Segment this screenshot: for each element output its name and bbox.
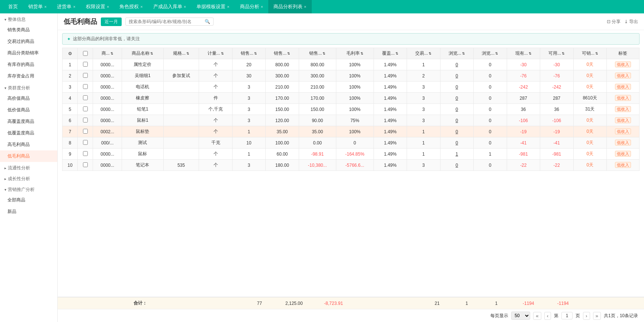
next-page-button[interactable]: ›	[583, 312, 590, 320]
row-select-checkbox[interactable]	[83, 118, 88, 122]
sidebar-group-overall[interactable]: ▾ 整体信息	[0, 13, 57, 24]
col-current-stock[interactable]: 现有...⇅	[507, 48, 540, 59]
sidebar-item-high-margin[interactable]: 高毛利商品	[0, 139, 57, 150]
sidebar-item-new-goods[interactable]: 新品	[0, 206, 57, 217]
row-view1[interactable]: 0	[440, 93, 473, 104]
row-select-checkbox[interactable]	[83, 106, 88, 111]
col-trade[interactable]: 交易...⇅	[407, 48, 440, 59]
select-all-checkbox[interactable]	[83, 51, 88, 56]
nav-product-analysis[interactable]: 商品分析 ×	[235, 0, 268, 13]
col-saleable[interactable]: 可销...⇅	[573, 48, 606, 59]
col-gross-margin[interactable]: 毛利率⇅	[336, 48, 374, 59]
row-select-checkbox[interactable]	[83, 95, 88, 100]
close-icon[interactable]: ×	[140, 4, 142, 9]
row-spec	[163, 104, 199, 115]
nav-purchase-order[interactable]: 进货单 ×	[52, 0, 80, 13]
close-icon[interactable]: ×	[44, 4, 47, 9]
nav-permissions[interactable]: 权限设置 ×	[81, 0, 114, 13]
close-icon[interactable]: ×	[107, 4, 109, 9]
export-button[interactable]: ⤓ 导出	[624, 19, 638, 25]
row-checkbox[interactable]	[78, 149, 93, 160]
col-unit[interactable]: 计量...⇅	[199, 48, 232, 59]
sidebar-item-stock-goods[interactable]: 有库存的商品	[0, 59, 57, 70]
nav-sales-order[interactable]: 销货单 ×	[23, 0, 52, 13]
row-checkbox[interactable]	[78, 59, 93, 70]
sidebar-item-category-rate[interactable]: 商品分类助销率	[0, 47, 57, 59]
row-sales-amount: 35.00	[266, 126, 299, 137]
col-available[interactable]: 可用...⇅	[540, 48, 573, 59]
nav-product-analysis-list[interactable]: 商品分析列表 ×	[268, 0, 311, 13]
sidebar-item-all-goods[interactable]: 全部商品	[0, 194, 57, 206]
col-spec[interactable]: 规格...⇅	[163, 48, 199, 59]
sidebar-group-growth[interactable]: ▸ 成长性分析	[0, 173, 57, 184]
col-view1[interactable]: 浏览...⇅	[440, 48, 473, 59]
nav-role-auth[interactable]: 角色授权 ×	[114, 0, 148, 13]
last-page-button[interactable]: »	[593, 312, 601, 320]
row-view1[interactable]: 0	[440, 104, 473, 115]
sidebar-group-cluster[interactable]: ▾ 类群度分析	[0, 82, 57, 93]
close-icon[interactable]: ×	[304, 4, 306, 9]
sidebar-group-marketing[interactable]: ▾ 营销推广分析	[0, 184, 57, 194]
filter-month-button[interactable]: 近一月	[101, 17, 122, 26]
close-icon[interactable]: ×	[261, 4, 263, 9]
col-sales-qty[interactable]: 销售...⇅	[232, 48, 265, 59]
col-code[interactable]: 商...⇅	[93, 48, 122, 59]
row-view1[interactable]: 0	[440, 137, 473, 149]
row-sales-qty: 3	[232, 115, 265, 126]
row-select-checkbox[interactable]	[83, 140, 88, 145]
row-view1[interactable]: 0	[440, 82, 473, 93]
prev-page-button[interactable]: ‹	[544, 312, 551, 320]
row-checkbox[interactable]	[78, 104, 93, 115]
sidebar-item-high-value[interactable]: 高价值商品	[0, 93, 57, 104]
row-view1[interactable]: 0	[440, 59, 473, 70]
per-page-label: 每页显示	[490, 313, 508, 319]
row-select-checkbox[interactable]	[83, 62, 88, 67]
sidebar-item-high-coverage[interactable]: 高覆盖度商品	[0, 116, 57, 127]
first-page-button[interactable]: «	[533, 312, 541, 320]
export-icon: ⤓	[624, 19, 628, 24]
col-sales-amount[interactable]: 销售...⇅	[266, 48, 299, 59]
search-icon[interactable]: 🔍	[205, 19, 210, 24]
row-checkbox[interactable]	[78, 93, 93, 104]
row-select-checkbox[interactable]	[83, 73, 88, 78]
col-coverage[interactable]: 覆盖...⇅	[374, 48, 407, 59]
sidebar-item-traded-goods[interactable]: 交易过的商品	[0, 36, 57, 47]
col-sales-profit[interactable]: 销售...⇅	[299, 48, 336, 59]
nav-product-stock[interactable]: 产成品入库单 ×	[148, 0, 191, 13]
col-tag[interactable]: 标签	[606, 48, 639, 59]
row-select-checkbox[interactable]	[83, 151, 88, 156]
row-coverage: 1.49%	[374, 59, 407, 70]
row-view1[interactable]: 0	[440, 70, 473, 82]
row-select-checkbox[interactable]	[83, 84, 88, 89]
close-icon[interactable]: ×	[184, 4, 186, 9]
sidebar-item-sales-goods[interactable]: 销售类商品	[0, 24, 57, 36]
row-checkbox[interactable]	[78, 137, 93, 149]
row-view1[interactable]: 0	[440, 160, 473, 171]
row-checkbox[interactable]	[78, 160, 93, 171]
row-checkbox[interactable]	[78, 82, 93, 93]
search-input[interactable]	[129, 19, 203, 24]
row-view1[interactable]: 1	[440, 149, 473, 160]
sidebar-group-flow[interactable]: ▸ 流通性分析	[0, 162, 57, 173]
sidebar-item-stock-funds[interactable]: 库存资金占用	[0, 70, 57, 82]
row-view1[interactable]: 0	[440, 126, 473, 137]
sidebar-item-low-coverage[interactable]: 低覆盖度商品	[0, 127, 57, 139]
row-checkbox[interactable]	[78, 126, 93, 137]
close-icon[interactable]: ×	[227, 4, 229, 9]
nav-template-settings[interactable]: 单据模板设置 ×	[191, 0, 234, 13]
row-view1[interactable]: 0	[440, 115, 473, 126]
row-checkbox[interactable]	[78, 70, 93, 82]
col-name[interactable]: 商品名称⇅	[122, 48, 163, 59]
nav-home[interactable]: 首页	[3, 0, 23, 13]
row-select-checkbox[interactable]	[83, 129, 88, 134]
sidebar-item-low-value[interactable]: 低价值商品	[0, 104, 57, 116]
row-select-checkbox[interactable]	[83, 162, 88, 167]
per-page-select[interactable]: 50 100 200	[511, 312, 530, 320]
col-checkbox[interactable]	[78, 48, 93, 59]
sidebar-item-low-margin[interactable]: 低毛利商品	[0, 150, 57, 162]
row-checkbox[interactable]	[78, 115, 93, 126]
col-settings[interactable]: ⚙	[63, 48, 78, 59]
share-button[interactable]: ⊡ 分享	[607, 19, 621, 25]
col-view2[interactable]: 浏览...⇅	[474, 48, 507, 59]
close-icon[interactable]: ×	[73, 4, 75, 9]
